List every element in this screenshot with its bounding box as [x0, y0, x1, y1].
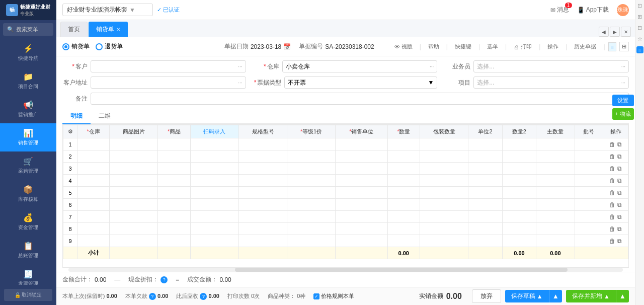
tab-home[interactable]: 首页 — [60, 22, 88, 37]
copy-row-icon[interactable]: ⧉ — [616, 165, 623, 172]
right-panel-icon-2[interactable]: ⊞ — [636, 13, 643, 20]
help-button[interactable]: 帮助 — [424, 41, 443, 52]
tab-close-all-button[interactable]: ✕ — [621, 27, 631, 37]
right-panel-icon-1[interactable]: ⊡ — [636, 2, 643, 9]
delete-row-icon[interactable]: 🗑 — [608, 201, 616, 208]
tab-prev-button[interactable]: ◀ — [599, 27, 609, 37]
copy-row-icon[interactable]: ⧉ — [616, 177, 623, 184]
message-icon: ✉ — [550, 7, 555, 14]
tab-sales-order[interactable]: 销货单 ✕ — [89, 22, 128, 37]
customer-input[interactable]: ··· — [91, 60, 246, 72]
delete-row-icon[interactable]: 🗑 — [608, 189, 616, 196]
table-wrapper[interactable]: ⚙ *仓库 商品图片 *商品 扫码录入 规格型号 *等级1价 *销售单位 *数量… — [62, 124, 629, 268]
operate-button[interactable]: 操作 — [543, 41, 562, 52]
company-selector[interactable]: 好业财专业版演示帐套 ▼ — [62, 4, 153, 16]
deal-amount: 成交金额： 0.00 — [187, 275, 231, 284]
bottom-summary: 金额合计： 0.00 — 现金折扣： ? = 成交金额： 0.00 — [56, 272, 635, 287]
copy-row-icon[interactable]: ⧉ — [616, 201, 623, 208]
horizontal-scrollbar[interactable] — [68, 268, 623, 272]
sidebar-item-invoice[interactable]: 🧾 发票管理 — [0, 264, 56, 285]
sidebar-item-funds[interactable]: 💰 资金管理 — [0, 208, 56, 236]
form-fields: 客户 ··· 仓库 小卖仓库 ··· 业务员 选择... — [56, 56, 635, 109]
abandon-button[interactable]: 放弃 — [472, 289, 501, 303]
th-settings[interactable]: ⚙ — [63, 125, 77, 138]
price-rule-checkbox[interactable]: ✓ 价格规则本单 — [313, 292, 354, 300]
user-action[interactable]: 珠珠 — [617, 4, 629, 16]
sidebar-item-sales[interactable]: 📊 销售管理 — [0, 123, 56, 151]
tab-next-button[interactable]: ▶ — [610, 27, 620, 37]
right-panel-icon-5[interactable]: ≡ — [636, 46, 643, 53]
cancel-fixed-button[interactable]: 🔓 取消锁定 — [4, 289, 52, 301]
notes-input[interactable] — [91, 93, 629, 105]
th-batch-input: 扫码录入 — [190, 125, 238, 138]
warehouse-input[interactable]: 小卖仓库 ··· — [282, 60, 438, 72]
save-draft-button-group: 保存草稿 ▲ ▲ — [505, 290, 562, 302]
setup-button[interactable]: 设置 — [612, 95, 634, 106]
tab-2d[interactable]: 二维 — [91, 109, 119, 124]
delete-row-icon[interactable]: 🗑 — [608, 153, 616, 160]
message-action[interactable]: ✉ 消息 1 — [550, 6, 569, 14]
row-num-2: 2 — [63, 150, 77, 163]
delete-row-icon[interactable]: 🗑 — [608, 165, 616, 172]
sidebar-item-ledger[interactable]: 📋 总账管理 — [0, 236, 56, 264]
print-button[interactable]: 🖨 打印 — [510, 41, 536, 52]
sidebar-item-purchase[interactable]: 🛒 采购管理 — [0, 151, 56, 180]
debt-info-icon[interactable]: ? — [149, 293, 156, 300]
customer-address-field-row: 客户地址 ··· — [62, 77, 246, 89]
th-package-qty: 包装数量 — [420, 125, 468, 138]
sidebar-item-quick-nav[interactable]: ⚡ 快捷导航 — [0, 39, 56, 67]
add-logistics-button[interactable]: + 物流 — [612, 108, 634, 120]
search-menu-button[interactable]: 🔍 搜索菜单 — [3, 23, 53, 36]
return-order-radio[interactable]: 退货单 — [96, 42, 123, 51]
tab-detail[interactable]: 明细 — [62, 109, 91, 124]
copy-row-icon[interactable]: ⧉ — [616, 141, 623, 148]
table-row: 9 🗑⧉ — [63, 235, 628, 247]
copy-row-icon[interactable]: ⧉ — [616, 189, 623, 196]
content-area: 销货单 退货单 单据日期 2023-03-18 📅 单据编号 — [56, 37, 635, 305]
salesperson-field-row: 业务员 选择... ··· — [445, 60, 629, 72]
copy-row-icon[interactable]: ⧉ — [616, 238, 623, 245]
sidebar-item-marketing[interactable]: 📢 营销推广 — [0, 95, 56, 123]
view-toggle-grid[interactable]: ⊞ — [619, 42, 629, 51]
subtotal-quantity: 0.00 — [387, 247, 420, 259]
salesperson-input[interactable]: 选择... ··· — [473, 60, 629, 72]
view-toggle-list[interactable]: ≡ — [608, 42, 616, 51]
right-panel-icon-4[interactable]: ☆ — [636, 35, 643, 42]
save-draft-dropdown-button[interactable]: ▲ — [549, 290, 562, 302]
select-button[interactable]: 选单 — [483, 41, 502, 52]
table-row: 3 🗑⧉ — [63, 163, 628, 175]
debt-amount: 本单欠款 ? 0.00 — [125, 292, 169, 300]
sidebar-item-inventory[interactable]: 📦 库存核算 — [0, 180, 56, 208]
row-num-1: 1 — [63, 138, 77, 150]
shortcut-button[interactable]: 快捷键 — [451, 41, 475, 52]
delete-row-icon[interactable]: 🗑 — [608, 177, 616, 184]
follow-collect-info-icon[interactable]: ? — [200, 293, 207, 300]
copy-row-icon[interactable]: ⧉ — [616, 213, 623, 220]
lock-icon: 🔓 — [15, 292, 21, 298]
tab-close-icon[interactable]: ✕ — [116, 27, 120, 32]
copy-row-icon[interactable]: ⧉ — [616, 225, 623, 233]
app-download-action[interactable]: 📱 App下载 — [577, 6, 609, 14]
right-panel-icon-3[interactable]: ⊟ — [636, 24, 643, 31]
copy-row-icon[interactable]: ⧉ — [616, 153, 623, 160]
calendar-icon[interactable]: 📅 — [283, 43, 291, 50]
print-count: 打印次数 0次 — [227, 292, 260, 300]
sidebar-item-project[interactable]: 📁 项目合同 — [0, 67, 56, 95]
delete-row-icon[interactable]: 🗑 — [608, 141, 616, 148]
sales-order-radio[interactable]: 销货单 — [62, 42, 90, 51]
delete-row-icon[interactable]: 🗑 — [608, 213, 616, 220]
save-new-dropdown-button[interactable]: ▲ — [616, 290, 629, 302]
project-input[interactable]: 选择... ··· — [473, 77, 629, 89]
preview-button[interactable]: 👁 视版 — [390, 41, 417, 52]
history-button[interactable]: 历史单据 — [570, 41, 600, 52]
save-new-button[interactable]: 保存并新增 ▲ — [566, 290, 616, 302]
delete-row-icon[interactable]: 🗑 — [608, 238, 616, 245]
save-draft-button[interactable]: 保存草稿 ▲ — [505, 290, 549, 302]
discount-info-icon[interactable]: ? — [160, 276, 168, 283]
delete-row-icon[interactable]: 🗑 — [608, 225, 616, 233]
tab-nav: ◀ ▶ ✕ — [599, 27, 631, 37]
order-type-radio-group: 销货单 退货单 — [62, 42, 123, 51]
customer-address-input[interactable]: ··· — [91, 77, 246, 89]
subtotal-qty2: 0.00 — [502, 247, 536, 259]
invoice-type-select[interactable]: 不开票 ▼ — [284, 77, 437, 89]
